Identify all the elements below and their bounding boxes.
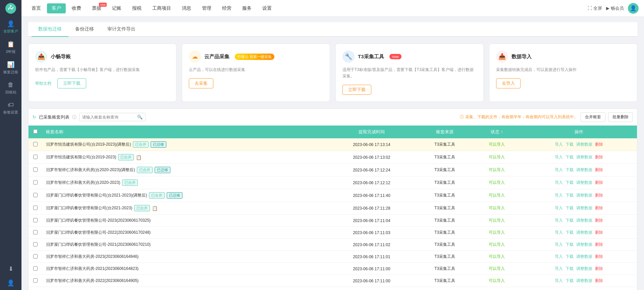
row-action-import[interactable]: 导入	[555, 142, 563, 147]
tab-audit-export[interactable]: 审计文件导出	[101, 22, 142, 37]
row-action-delete[interactable]: 删除	[595, 193, 603, 198]
row-checkbox[interactable]	[33, 254, 38, 259]
tab-data-migrate[interactable]: 数据包迁移	[32, 22, 68, 37]
sidebar-item-zero-report[interactable]: 📋 0申报	[0, 37, 21, 58]
nav-tax[interactable]: 报税	[127, 3, 146, 13]
card-btn-collect[interactable]: 去采集	[189, 78, 213, 88]
row-action-adjust[interactable]: 调整数据	[576, 155, 592, 159]
row-action-import[interactable]: 导入	[555, 254, 563, 259]
sidebar-item-all-clients[interactable]: 👤 全部客户	[0, 17, 21, 37]
row-action-delete[interactable]: 删除	[595, 206, 603, 210]
row-action-import[interactable]: 导入	[555, 218, 563, 223]
row-action-delete[interactable]: 删除	[595, 155, 603, 159]
row-action-adjust[interactable]: 调整数据	[576, 167, 592, 172]
row-action-import[interactable]: 导入	[555, 180, 563, 185]
row-copy-icon[interactable]: 📋	[136, 155, 142, 160]
row-checkbox[interactable]	[33, 266, 38, 271]
member-button[interactable]: ▶ 畅会员	[606, 5, 624, 11]
row-action-delete[interactable]: 删除	[595, 218, 603, 223]
nav-client[interactable]: 客户	[47, 3, 66, 13]
row-checkbox[interactable]	[33, 180, 38, 185]
row-action-import[interactable]: 导入	[555, 230, 563, 235]
row-action-import[interactable]: 导入	[555, 167, 563, 172]
row-action-download[interactable]: 下载	[566, 218, 574, 223]
sidebar-logo[interactable]	[0, 0, 21, 17]
row-action-download[interactable]: 下载	[566, 230, 574, 235]
row-action-import[interactable]: 导入	[555, 266, 563, 271]
search-input[interactable]	[82, 115, 136, 120]
row-action-download[interactable]: 下载	[566, 242, 574, 247]
row-action-import[interactable]: 导入	[555, 155, 563, 159]
nav-invoice[interactable]: 票据 new	[87, 3, 106, 13]
row-checkbox[interactable]	[33, 193, 38, 197]
refresh-icon[interactable]: ↻	[33, 115, 36, 120]
row-checkbox[interactable]	[33, 206, 38, 210]
avatar[interactable]: 👤	[628, 3, 639, 14]
nav-fee[interactable]: 收费	[67, 3, 86, 13]
search-icon[interactable]: 🔍	[137, 115, 143, 120]
row-action-download[interactable]: 下载	[566, 193, 574, 198]
nav-operation[interactable]: 经营	[217, 3, 236, 13]
card-btn-download-t3[interactable]: 立即下载	[342, 85, 371, 95]
row-action-download[interactable]: 下载	[566, 278, 574, 283]
nav-management[interactable]: 管理	[197, 3, 216, 13]
row-action-import[interactable]: 导入	[555, 278, 563, 283]
merge-accounts-button[interactable]: 合并账套	[581, 112, 605, 122]
row-action-delete[interactable]: 删除	[595, 167, 603, 172]
row-action-adjust[interactable]: 调整数据	[576, 180, 592, 185]
help-icon[interactable]: ⓘ	[72, 114, 76, 120]
row-checkbox[interactable]	[33, 218, 38, 222]
sidebar-item-label-settings[interactable]: 🏷 标签设置	[0, 98, 21, 118]
row-action-adjust[interactable]: 调整数据	[576, 193, 592, 198]
nav-industry[interactable]: 工商项目	[148, 3, 176, 13]
sidebar-item-recycle[interactable]: 🗑 回收站	[0, 78, 21, 98]
nav-service[interactable]: 服务	[237, 3, 256, 13]
nav-message[interactable]: 消息	[177, 3, 196, 13]
row-action-download[interactable]: 下载	[566, 167, 574, 172]
search-box[interactable]: 🔍	[79, 113, 146, 121]
card-link-1[interactable]: 帮助文档	[35, 81, 51, 86]
nav-settings[interactable]: 设置	[258, 3, 276, 13]
row-action-adjust[interactable]: 调整数据	[576, 242, 592, 247]
row-action-delete[interactable]: 删除	[595, 230, 603, 235]
row-checkbox[interactable]	[33, 230, 38, 234]
row-action-import[interactable]: 导入	[555, 242, 563, 247]
row-action-adjust[interactable]: 调整数据	[576, 254, 592, 259]
row-action-adjust[interactable]: 调整数据	[576, 266, 592, 271]
row-action-adjust[interactable]: 调整数据	[576, 218, 592, 223]
select-all-checkbox[interactable]	[33, 129, 38, 134]
row-action-adjust[interactable]: 调整数据	[576, 206, 592, 210]
row-checkbox[interactable]	[33, 155, 38, 159]
row-action-delete[interactable]: 删除	[595, 142, 603, 147]
row-action-delete[interactable]: 删除	[595, 266, 603, 271]
row-action-import[interactable]: 导入	[555, 206, 563, 210]
fullscreen-button[interactable]: ⛶ 全屏	[588, 5, 602, 11]
row-action-delete[interactable]: 删除	[595, 242, 603, 247]
row-action-adjust[interactable]: 调整数据	[576, 230, 592, 235]
row-action-delete[interactable]: 删除	[595, 180, 603, 185]
batch-delete-button[interactable]: 批量删除	[608, 112, 633, 122]
nav-bookkeeping[interactable]: 记账	[107, 3, 126, 13]
card-btn-download-1[interactable]: 立即下载	[57, 78, 86, 88]
row-checkbox[interactable]	[33, 278, 38, 283]
row-action-download[interactable]: 下载	[566, 206, 574, 210]
row-action-delete[interactable]: 删除	[595, 254, 603, 259]
sidebar-item-user-bottom[interactable]: 👤	[7, 276, 14, 290]
row-action-adjust[interactable]: 调整数据	[576, 142, 592, 147]
sidebar-item-download[interactable]: ⬇	[7, 262, 14, 276]
row-action-import[interactable]: 导入	[555, 193, 563, 198]
row-action-download[interactable]: 下载	[566, 254, 574, 259]
card-btn-import[interactable]: 去导入	[496, 78, 521, 88]
row-action-download[interactable]: 下载	[566, 155, 574, 159]
row-copy-icon[interactable]: 📋	[152, 206, 158, 211]
row-action-download[interactable]: 下载	[566, 266, 574, 271]
row-checkbox[interactable]	[33, 167, 38, 172]
row-action-adjust[interactable]: 调整数据	[576, 278, 592, 283]
row-action-download[interactable]: 下载	[566, 142, 574, 147]
row-checkbox[interactable]	[33, 142, 38, 146]
nav-home[interactable]: 首页	[27, 3, 46, 13]
row-action-delete[interactable]: 删除	[595, 278, 603, 283]
row-checkbox[interactable]	[33, 242, 38, 246]
row-action-download[interactable]: 下载	[566, 180, 574, 185]
tab-backup-migrate[interactable]: 备份迁移	[68, 22, 101, 37]
